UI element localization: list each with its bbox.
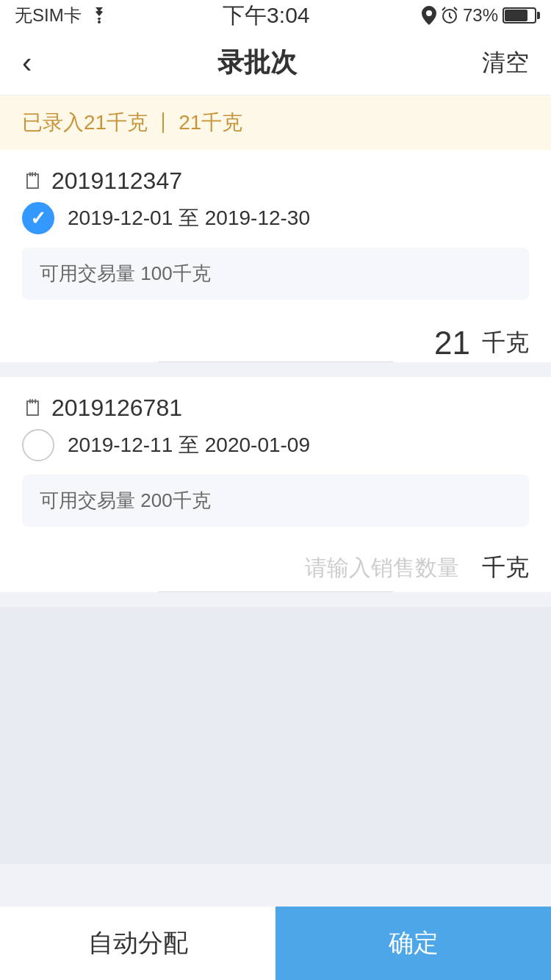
batch1-date: 2019-12-01 至 2019-12-30 (68, 204, 310, 232)
alarm-icon (441, 6, 458, 25)
batch2-icon: 🗒 (22, 396, 44, 421)
wifi-icon (87, 7, 111, 24)
location-icon (422, 6, 436, 25)
gray-area (0, 607, 551, 864)
auto-distribute-button[interactable]: 自动分配 (0, 907, 276, 980)
info-banner: 已录入21千克 21千克 (0, 96, 551, 150)
nav-bar: ‹ 录批次 清空 (0, 31, 551, 96)
info-divider (162, 112, 164, 133)
batch2-date: 2019-12-11 至 2020-01-09 (68, 431, 310, 459)
batch1-avail: 可用交易量 100千克 (22, 248, 529, 300)
batch-card-1: 🗒 2019112347 2019-12-01 至 2019-12-30 可用交… (0, 150, 551, 362)
batch1-divider (158, 361, 393, 362)
batch2-header: 🗒 2019126781 (0, 377, 551, 422)
bottom-bar: 自动分配 确定 (0, 907, 551, 980)
batch1-id: 2019112347 (51, 167, 182, 195)
svg-point-0 (98, 21, 101, 24)
batch1-quantity: 21 (434, 325, 470, 361)
status-time: 下午3:04 (223, 1, 309, 31)
status-left: 无SIM卡 (15, 4, 111, 27)
batch2-avail-label: 可用交易量 200千克 (40, 489, 211, 511)
batch1-header: 🗒 2019112347 (0, 150, 551, 195)
status-right: 73% (422, 5, 536, 26)
back-button[interactable]: ‹ (22, 46, 32, 79)
batch1-unit: 千克 (482, 327, 529, 359)
battery-icon (503, 7, 536, 24)
page-content: 已录入21千克 21千克 🗒 2019112347 2019-12-01 至 2… (0, 96, 551, 937)
batch-card-2: 🗒 2019126781 2019-12-11 至 2020-01-09 可用交… (0, 377, 551, 592)
batch2-id: 2019126781 (51, 394, 182, 422)
batch2-avail: 可用交易量 200千克 (22, 475, 529, 527)
page-title: 录批次 (217, 45, 297, 81)
batch2-row[interactable]: 2019-12-11 至 2020-01-09 (0, 422, 551, 469)
batch2-unit: 千克 (482, 552, 529, 584)
status-bar: 无SIM卡 下午3:04 73% (0, 0, 551, 31)
clear-button[interactable]: 清空 (482, 47, 529, 79)
info-value: 21千克 (179, 109, 242, 137)
batch1-avail-label: 可用交易量 100千克 (40, 262, 211, 284)
batch1-row[interactable]: 2019-12-01 至 2019-12-30 (0, 195, 551, 242)
batch2-radio[interactable] (22, 429, 54, 461)
batch1-radio[interactable] (22, 202, 54, 234)
batch2-input-row: 千克 (0, 541, 551, 584)
batch1-icon: 🗒 (22, 169, 44, 194)
batch1-quantity-row: 21 千克 (0, 314, 551, 361)
battery-text: 73% (463, 5, 498, 26)
batch2-qty-input[interactable] (250, 555, 470, 580)
confirm-button[interactable]: 确定 (276, 907, 551, 980)
carrier-text: 无SIM卡 (15, 4, 82, 27)
batch2-divider (158, 591, 393, 592)
info-label: 已录入21千克 (22, 109, 148, 137)
